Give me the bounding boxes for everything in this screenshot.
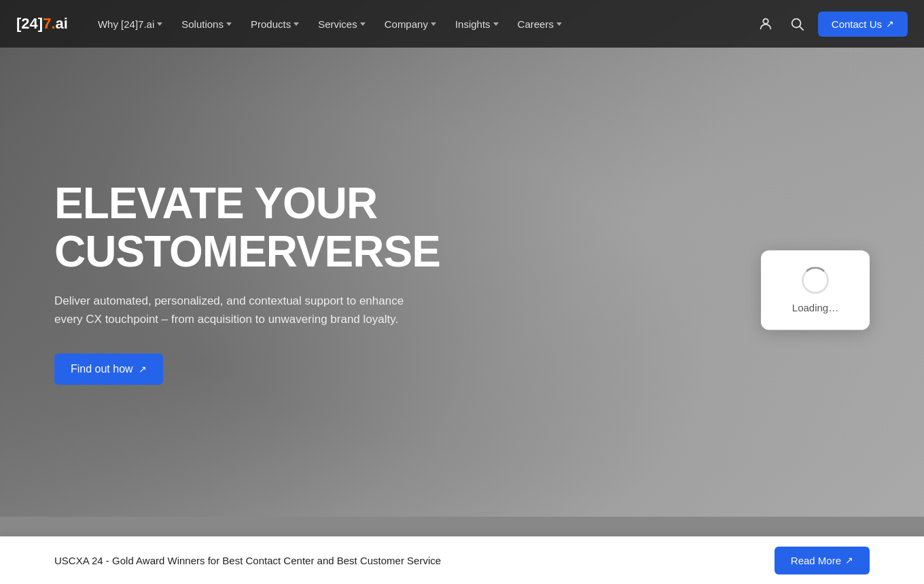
search-icon [789, 16, 804, 31]
nav-item-insights[interactable]: Insights [447, 13, 507, 35]
nav-item-products[interactable]: Products [243, 13, 307, 35]
hero-title: ELEVATE YOUR CUSTOMERVERSE [54, 179, 421, 275]
loading-widget: Loading… [761, 250, 870, 330]
loading-text: Loading… [792, 302, 838, 313]
nav-label-company: Company [385, 18, 428, 30]
nav-label-insights: Insights [455, 18, 491, 30]
svg-line-2 [800, 27, 803, 30]
arrow-icon: ↗ [139, 364, 147, 375]
nav-label-solutions: Solutions [181, 18, 224, 30]
nav-actions: Contact Us ↗ [756, 12, 908, 37]
chevron-down-icon [556, 22, 562, 26]
nav-item-services[interactable]: Services [310, 13, 374, 35]
nav-item-careers[interactable]: Careers [510, 13, 570, 35]
hero-title-line2: CUSTOMERVERSE [54, 227, 440, 276]
nav-item-why[interactable]: Why [24]7.ai [90, 13, 171, 35]
logo-ai: ai [56, 15, 68, 32]
logo-number: 24 [21, 15, 37, 32]
contact-us-button[interactable]: Contact Us ↗ [818, 12, 908, 37]
find-out-how-label: Find out how [71, 363, 133, 375]
hero-content: ELEVATE YOUR CUSTOMERVERSE Deliver autom… [0, 125, 476, 439]
nav-links: Why [24]7.ai Solutions Products Services… [90, 13, 756, 35]
chevron-down-icon [294, 22, 299, 26]
hero-subtitle: Deliver automated, personalized, and con… [54, 292, 421, 328]
nav-label-careers: Careers [518, 18, 554, 30]
navbar: [24]7.ai Why [24]7.ai Solutions Products… [0, 0, 924, 48]
hero-section: ELEVATE YOUR CUSTOMERVERSE Deliver autom… [0, 0, 924, 517]
user-icon [758, 16, 773, 31]
hero-title-line1: ELEVATE YOUR [54, 179, 377, 228]
arrow-icon: ↗ [886, 18, 894, 29]
chevron-down-icon [360, 22, 366, 26]
nav-item-solutions[interactable]: Solutions [173, 13, 240, 35]
nav-label-why: Why [24]7.ai [98, 18, 154, 30]
search-button[interactable] [787, 14, 807, 34]
nav-label-products: Products [251, 18, 291, 30]
find-out-how-button[interactable]: Find out how ↗ [54, 354, 163, 385]
contact-us-label: Contact Us [832, 18, 882, 30]
nav-label-services: Services [318, 18, 357, 30]
logo-slash: 7 [43, 15, 51, 32]
chevron-down-icon [431, 22, 436, 26]
chevron-down-icon [493, 22, 499, 26]
brand-logo[interactable]: [24]7.ai [16, 15, 68, 33]
nav-item-company[interactable]: Company [376, 13, 444, 35]
chevron-down-icon [226, 22, 232, 26]
svg-point-0 [763, 19, 768, 24]
account-button[interactable] [756, 14, 776, 34]
loading-spinner [802, 267, 829, 294]
chevron-down-icon [157, 22, 162, 26]
